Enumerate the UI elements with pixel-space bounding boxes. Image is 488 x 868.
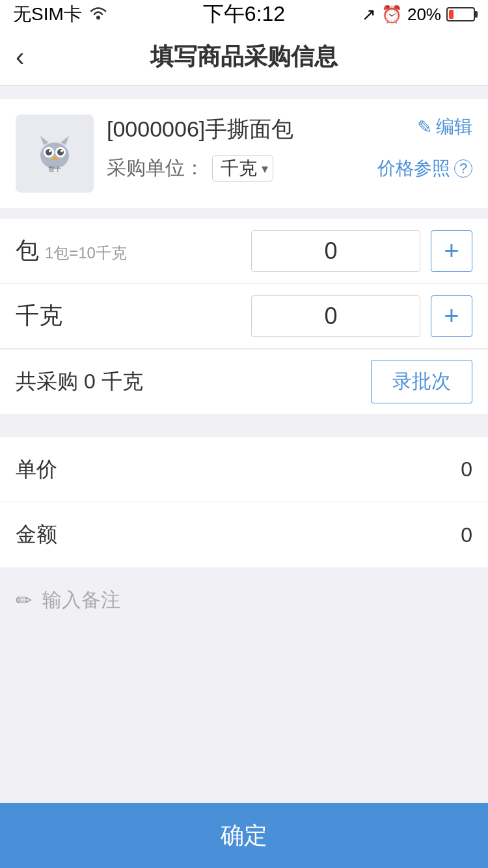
bao-input-control: + [127, 230, 472, 272]
svg-point-0 [96, 16, 100, 20]
edit-label: 编辑 [436, 115, 472, 139]
product-card: 智十 [0000006]手撕面包 采购单位： 千克 价格参照 ? ✎ 编辑 [0, 99, 488, 208]
status-time: 下午6:12 [203, 0, 285, 29]
amount-label: 金额 [16, 521, 57, 549]
page-title: 填写商品采购信息 [150, 41, 338, 73]
bao-input-row: 包 1包=10千克 + [0, 219, 488, 284]
kg-input-row: 千克 + [0, 284, 488, 349]
summary-row: 共采购 0 千克 录批次 [0, 349, 488, 414]
status-bar: 无SIM卡 下午6:12 ↗ ⏰ 20% [0, 0, 488, 29]
price-ref-label: 价格参照 [377, 156, 450, 181]
amount-value: 0 [461, 523, 472, 547]
kg-main-label: 千克 [16, 302, 62, 329]
kg-label-group: 千克 [16, 300, 120, 332]
product-unit-row: 采购单位： 千克 价格参照 ? [107, 155, 472, 182]
bao-label-group: 包 1包=10千克 [16, 235, 127, 267]
note-placeholder: 输入备注 [42, 587, 120, 614]
summary-text: 共采购 0 千克 [16, 368, 143, 396]
note-section[interactable]: ✏ 输入备注 [0, 567, 488, 632]
svg-text:智十: 智十 [48, 165, 61, 172]
amount-row: 金额 0 [0, 502, 488, 567]
product-image: 智十 [16, 115, 94, 193]
bottom-spacer [0, 632, 488, 763]
unit-select[interactable]: 千克 [212, 155, 273, 182]
svg-point-9 [49, 150, 51, 152]
kg-quantity-input[interactable] [251, 295, 420, 337]
battery-indicator [446, 7, 475, 21]
price-section: 单价 0 金额 0 [0, 437, 488, 567]
back-button[interactable]: ‹ [16, 42, 24, 72]
divider-1 [0, 208, 488, 219]
bao-main-label: 包 [16, 237, 39, 264]
batch-record-button[interactable]: 录批次 [371, 360, 472, 403]
unit-price-row: 单价 0 [0, 437, 488, 502]
svg-point-10 [61, 150, 63, 152]
confirm-button[interactable]: 确定 [0, 803, 488, 868]
svg-point-7 [46, 149, 52, 156]
svg-point-8 [57, 149, 64, 156]
pencil-icon: ✏ [16, 589, 32, 612]
kg-input-control: + [120, 295, 472, 337]
location-icon: ↗ [362, 5, 376, 25]
kg-plus-button[interactable]: + [431, 295, 472, 337]
bao-sub-label: 1包=10千克 [45, 244, 127, 262]
status-left: 无SIM卡 [13, 2, 108, 27]
svg-point-2 [40, 142, 69, 169]
nav-bar: ‹ 填写商品采购信息 [0, 29, 488, 86]
unit-price-value: 0 [461, 457, 472, 481]
edit-icon: ✎ [417, 116, 432, 138]
product-logo: 智十 [32, 131, 77, 176]
carrier-text: 无SIM卡 [13, 2, 82, 27]
edit-button[interactable]: ✎ 编辑 [417, 115, 472, 139]
alarm-icon: ⏰ [381, 5, 402, 25]
input-section: 包 1包=10千克 + 千克 + 共采购 0 千克 录批次 [0, 219, 488, 414]
unit-select-wrapper[interactable]: 千克 [212, 155, 273, 182]
bao-quantity-input[interactable] [251, 230, 420, 272]
status-right: ↗ ⏰ 20% [362, 5, 475, 25]
unit-label: 采购单位： [107, 155, 204, 182]
divider-2 [0, 414, 488, 424]
battery-percent: 20% [407, 5, 441, 25]
unit-price-label: 单价 [16, 455, 57, 484]
wifi-icon [88, 4, 108, 25]
price-ref-help-icon: ? [454, 159, 472, 178]
bao-plus-button[interactable]: + [431, 230, 472, 272]
price-reference-btn[interactable]: 价格参照 ? [377, 156, 472, 181]
